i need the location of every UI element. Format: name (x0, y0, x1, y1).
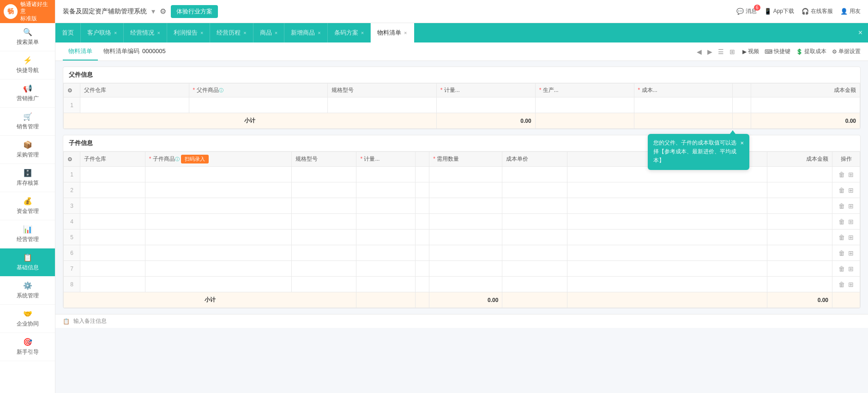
nav-tab-goods[interactable]: 商品× (253, 23, 284, 42)
child-cell-goods-4[interactable] (145, 214, 291, 230)
nav-tab-close-profit[interactable]: × (200, 30, 203, 36)
child-cell-qty-3[interactable] (429, 198, 502, 214)
child-cell-goods-5[interactable] (145, 230, 291, 245)
child-delete-icon-6[interactable]: 🗑 (838, 249, 845, 257)
sidebar-item-guide[interactable]: 🎯新手引导 (0, 333, 55, 361)
child-cell-unit-price-5[interactable] (502, 230, 567, 245)
sidebar-item-system[interactable]: ⚙️系统管理 (0, 277, 55, 305)
child-cell-qty-7[interactable] (429, 261, 502, 277)
child-cell-unit-7[interactable] (356, 261, 416, 277)
messages-button[interactable]: 💬 消息 6 (736, 7, 757, 15)
child-delete-icon-3[interactable]: 🗑 (838, 202, 845, 210)
child-cell-unit-6[interactable] (356, 245, 416, 261)
child-copy-icon-8[interactable]: ⊞ (848, 281, 854, 288)
nav-tab-history[interactable]: 经营历程× (210, 23, 253, 42)
sub-tab-bom-no[interactable]: 物料清单编码 0000005 (98, 42, 171, 60)
online-support-button[interactable]: 🎧 在线客服 (802, 7, 833, 15)
child-copy-icon-3[interactable]: ⊞ (848, 202, 854, 210)
child-cell-unit-3[interactable] (356, 198, 416, 214)
child-copy-icon-5[interactable]: ⊞ (848, 234, 854, 241)
child-cell-unit-price-4[interactable] (502, 214, 567, 230)
tooltip-close-button[interactable]: × (740, 139, 744, 148)
child-cell-warehouse-2[interactable] (80, 182, 145, 198)
parent-goods-info-icon[interactable]: ⓘ (219, 88, 223, 93)
child-cell-warehouse-5[interactable] (80, 230, 145, 245)
child-cell-unit-price-1[interactable] (502, 167, 567, 182)
sidebar-item-search[interactable]: 🔍搜索菜单 (0, 23, 55, 51)
parent-cell-goods[interactable] (189, 97, 328, 113)
parent-col-settings[interactable]: ⚙ (64, 84, 80, 97)
single-settings-tool[interactable]: ⚙ 单据设置 (832, 48, 861, 55)
parent-cell-cost[interactable] (634, 97, 733, 113)
nav-tab-customers[interactable]: 客户联络× (81, 23, 124, 42)
child-goods-info-icon[interactable]: ⓘ (175, 157, 180, 162)
scan-button[interactable]: 扫码录入 (181, 155, 209, 163)
child-cell-goods-3[interactable] (145, 198, 291, 214)
child-cell-warehouse-6[interactable] (80, 245, 145, 261)
child-cell-qty-2[interactable] (429, 182, 502, 198)
child-delete-icon-2[interactable]: 🗑 (838, 187, 845, 194)
child-delete-icon-5[interactable]: 🗑 (838, 234, 845, 241)
child-cell-unit-price-7[interactable] (502, 261, 567, 277)
nav-tab-close-history[interactable]: × (243, 30, 246, 36)
sidebar-item-operation[interactable]: 📊经营管理 (0, 220, 55, 248)
dropdown-icon[interactable]: ▾ (151, 7, 155, 16)
child-cell-unit-price-8[interactable] (502, 277, 567, 292)
parent-cell-production[interactable] (535, 97, 634, 113)
child-cell-goods-7[interactable] (145, 261, 291, 277)
shortcut-tool[interactable]: ⌨ 快捷键 (765, 48, 790, 55)
parent-cell-warehouse[interactable] (80, 97, 189, 113)
sidebar-item-purchase[interactable]: 📦采购管理 (0, 136, 55, 164)
child-copy-icon-6[interactable]: ⊞ (848, 249, 854, 257)
arrow-left[interactable]: ◀ (695, 47, 704, 56)
child-cell-unit-price-6[interactable] (502, 245, 567, 261)
sidebar-item-sales[interactable]: 🛒销售管理 (0, 108, 55, 136)
child-cell-spec-2[interactable] (291, 182, 356, 198)
child-cell-unit-2[interactable] (356, 182, 416, 198)
parent-cell-spec[interactable] (328, 97, 437, 113)
child-copy-icon-1[interactable]: ⊞ (848, 171, 854, 178)
child-cell-goods-6[interactable] (145, 245, 291, 261)
parent-cell-unit[interactable] (436, 97, 535, 113)
child-copy-icon-2[interactable]: ⊞ (848, 187, 854, 194)
child-cell-spec-8[interactable] (291, 277, 356, 292)
nav-tab-profit[interactable]: 利润报告× (167, 23, 210, 42)
view-tool[interactable]: ▶ 视频 (742, 48, 759, 55)
child-cell-qty-5[interactable] (429, 230, 502, 245)
child-cell-warehouse-4[interactable] (80, 214, 145, 230)
nav-tab-close-bom[interactable]: × (404, 30, 407, 36)
nav-tab-close-customers[interactable]: × (114, 30, 117, 36)
child-cell-qty-4[interactable] (429, 214, 502, 230)
sidebar-item-marketing[interactable]: 📢营销推广 (0, 79, 55, 108)
nav-tab-new_goods[interactable]: 新增商品× (284, 23, 327, 42)
child-cell-goods-2[interactable] (145, 182, 291, 198)
sidebar-item-basic[interactable]: 📋基础信息 (0, 248, 55, 277)
child-cell-spec-4[interactable] (291, 214, 356, 230)
collapse-icon[interactable]: ⊞ (728, 47, 737, 56)
child-cell-spec-7[interactable] (291, 261, 356, 277)
child-cell-spec-1[interactable] (291, 167, 356, 182)
nav-tab-barcode[interactable]: 条码方案× (328, 23, 371, 42)
nav-tab-close-new_goods[interactable]: × (318, 30, 320, 36)
sidebar-item-inventory[interactable]: 🗄️库存核算 (0, 164, 55, 192)
child-delete-icon-8[interactable]: 🗑 (838, 281, 845, 288)
child-cell-goods-8[interactable] (145, 277, 291, 292)
child-copy-icon-4[interactable]: ⊞ (848, 218, 854, 225)
child-cell-spec-3[interactable] (291, 198, 356, 214)
child-cell-spec-5[interactable] (291, 230, 356, 245)
child-cell-warehouse-7[interactable] (80, 261, 145, 277)
child-delete-icon-1[interactable]: 🗑 (838, 171, 845, 178)
nav-tab-close-goods[interactable]: × (275, 30, 277, 36)
child-cell-warehouse-3[interactable] (80, 198, 145, 214)
experience-button[interactable]: 体验行业方案 (171, 5, 218, 18)
child-cell-unit-1[interactable] (356, 167, 416, 182)
nav-tab-bom[interactable]: 物料清单× (371, 23, 414, 42)
child-copy-icon-7[interactable]: ⊞ (848, 265, 854, 272)
child-cell-warehouse-1[interactable] (80, 167, 145, 182)
child-cell-unit-price-2[interactable] (502, 182, 567, 198)
expand-icon[interactable]: ☰ (716, 47, 726, 56)
child-cell-unit-5[interactable] (356, 230, 416, 245)
child-delete-icon-4[interactable]: 🗑 (838, 218, 845, 225)
nav-tab-home[interactable]: 首页 (55, 23, 81, 42)
sidebar-item-finance[interactable]: 💰资金管理 (0, 192, 55, 220)
